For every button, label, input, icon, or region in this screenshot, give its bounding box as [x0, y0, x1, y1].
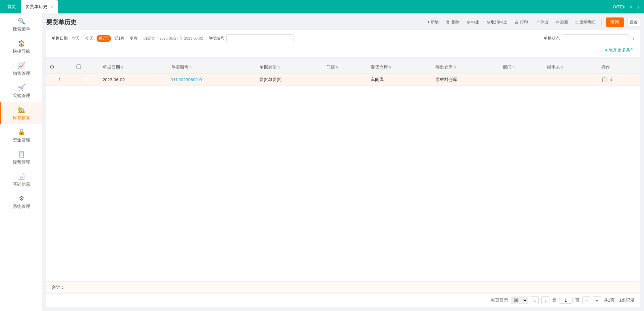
search-menu-icon: 🔍 [18, 17, 25, 25]
action-more-icon[interactable]: ⠿ [609, 77, 612, 82]
print-button[interactable]: 🖨 打印 [513, 18, 530, 27]
row-store [323, 74, 367, 86]
sidebar-item-basic-info[interactable]: 📄 基础信息 [0, 169, 42, 191]
sidebar-item-sales[interactable]: 📈 销售管理 [0, 58, 42, 80]
page-unit: 页 [575, 297, 580, 303]
doc-number-link[interactable]: YH-20230602-0 [171, 77, 202, 82]
delete-button[interactable]: 🗑 删除 [444, 18, 461, 27]
col-handler[interactable]: 经手人⇅ [544, 60, 598, 74]
new-button[interactable]: + 新增 [425, 18, 441, 27]
operations-icon: 📋 [18, 150, 25, 158]
sidebar-item-inventory[interactable]: 🏡 库存核算 [0, 102, 42, 124]
window-close-btn[interactable]: × [630, 4, 632, 9]
doc-status-dropdown-icon[interactable]: ▾ [632, 36, 635, 41]
sidebar: 🔍 搜索菜单 🏠 快捷导航 📈 销售管理 🛒 采购管理 🏡 库存核算 🔒 资金管… [0, 13, 42, 311]
tab-home[interactable]: 首页 [3, 0, 21, 13]
action-view-icon[interactable]: 📋 [601, 77, 607, 82]
col-doc-number[interactable]: 单据编号⇅ [168, 60, 256, 74]
date-shortcuts: 昨天 今天 近7天 近1月 更多 自定义 [70, 35, 157, 42]
export-button[interactable]: ↗ 导出 [533, 18, 550, 27]
first-page-btn[interactable]: « [531, 296, 539, 304]
sidebar-item-purchase[interactable]: 🛒 采购管理 [0, 80, 42, 102]
sidebar-item-search-menu[interactable]: 🔍 搜索菜单 [0, 13, 42, 36]
purchase-icon: 🛒 [18, 84, 25, 91]
date-btn-custom[interactable]: 自定义 [141, 35, 157, 42]
select-all-checkbox[interactable] [76, 64, 81, 69]
sort-handler-icon: ⇅ [561, 65, 564, 69]
often-label[interactable]: OfTEn [613, 4, 626, 9]
doc-status-input[interactable] [562, 34, 629, 42]
date-btn-more[interactable]: 更多 [128, 35, 140, 42]
toolbar: + 新增 🗑 删除 ⊘ 中止 ⊘ 取消中止 🖨 打印 ↗ 导出 ↺ 刷新 □ 显… [425, 17, 640, 27]
sidebar-item-system-label: 系统管理 [13, 204, 30, 210]
date-btn-last7days[interactable]: 近7天 [97, 35, 111, 42]
row-checkbox[interactable] [84, 77, 88, 81]
window-maximize-btn[interactable]: □ [636, 4, 639, 9]
main-layout: 🔍 搜索菜单 🏠 快捷导航 📈 销售管理 🛒 采购管理 🏡 库存核算 🔒 资金管… [0, 13, 644, 311]
sidebar-item-finance[interactable]: 🔒 资金管理 [0, 124, 42, 146]
tab-requisition-label: 要货单历史 [25, 4, 47, 10]
inventory-icon: 🏡 [18, 106, 25, 114]
doc-number-filter: 单据编号 [208, 34, 293, 42]
refresh-button[interactable]: ↺ 刷新 [554, 18, 570, 27]
col-doc-type[interactable]: 单据类型⇅ [256, 60, 323, 74]
col-doc-date[interactable]: 单据日期⇅ [99, 60, 168, 74]
basic-info-icon: 📄 [18, 173, 25, 180]
col-store[interactable]: 门店⇅ [323, 60, 367, 74]
prev-page-btn[interactable]: ‹ [541, 296, 549, 304]
row-num: 1 [46, 74, 73, 86]
sidebar-item-finance-label: 资金管理 [13, 137, 30, 143]
sidebar-item-quick-nav[interactable]: 🏠 快捷导航 [0, 36, 42, 58]
action-icons: 📋 ⠿ [601, 77, 637, 82]
col-department[interactable]: 部门⇅ [499, 60, 544, 74]
page-number-input[interactable] [559, 297, 573, 304]
toolbar-divider [601, 19, 602, 25]
row-department [499, 74, 544, 86]
date-btn-yesterday[interactable]: 昨天 [70, 35, 82, 42]
col-pending-warehouse[interactable]: 待出仓库⇅ [432, 60, 499, 74]
tab-requisition-history[interactable]: 要货单历史 × [21, 0, 58, 13]
table-footer: 合计： [46, 281, 640, 293]
cancel-stop-button[interactable]: ⊘ 取消中止 [485, 18, 509, 27]
expand-more-label: 展开更多条件 [608, 47, 635, 53]
filter-panel: 单据日期 昨天 今天 近7天 近1月 更多 自定义 2023-05-27 至 2… [46, 30, 640, 57]
date-btn-today[interactable]: 今天 [83, 35, 95, 42]
sidebar-item-search-label: 搜索菜单 [13, 26, 30, 32]
query-button[interactable]: 查询 [606, 17, 624, 27]
settings-button[interactable]: 设置 [627, 18, 640, 27]
row-handler [544, 74, 598, 86]
row-action: 📋 ⠿ [598, 74, 640, 86]
quick-nav-icon: 🏠 [18, 40, 25, 47]
col-settings[interactable]: ⚙ [46, 60, 73, 74]
date-btn-last1month[interactable]: 近1月 [112, 35, 127, 42]
tab-home-label: 首页 [7, 4, 16, 10]
sidebar-item-system[interactable]: ⚙ 系统管理 [0, 191, 42, 213]
date-filter-label: 单据日期 [52, 36, 68, 41]
last-page-btn[interactable]: » [593, 296, 601, 304]
page-size-select[interactable]: 10 20 50 100 [511, 297, 528, 304]
page-title: 要货单历史 [46, 18, 425, 26]
sort-doc-type-icon: ⇅ [277, 65, 280, 69]
top-nav: 首页 要货单历史 × OfTEn × □ [0, 0, 644, 13]
tab-close-icon[interactable]: × [51, 4, 53, 9]
system-icon: ⚙ [19, 195, 24, 202]
sort-req-warehouse-icon: ⇅ [389, 65, 391, 69]
total-label: 合计： [52, 284, 65, 291]
stop-button[interactable]: ⊘ 中止 [465, 18, 481, 27]
doc-number-input[interactable] [226, 34, 293, 42]
expand-chevron-icon: ▾ [605, 48, 607, 53]
page-size-label: 每页显示 [491, 297, 508, 303]
sort-doc-number-icon: ⇅ [189, 65, 192, 69]
doc-status-label: 单据状态 [544, 36, 560, 41]
expand-more-btn[interactable]: ▾ 展开更多条件 [605, 47, 635, 53]
sidebar-item-purchase-label: 采购管理 [13, 93, 30, 99]
next-page-btn[interactable]: › [582, 296, 590, 304]
filter-row: 单据日期 昨天 今天 近7天 近1月 更多 自定义 2023-05-27 至 2… [52, 34, 635, 42]
pagination-summary: 共1页，1条记录 [604, 297, 635, 303]
display-detail-button[interactable]: □ 显示明细 [574, 18, 597, 27]
col-req-warehouse[interactable]: 要货仓库⇅ [367, 60, 432, 74]
sidebar-item-operations[interactable]: 📋 经营管理 [0, 146, 42, 169]
top-right-area: OfTEn × □ [613, 4, 641, 9]
row-doc-number: YH-20230602-0 [168, 74, 256, 86]
sidebar-item-basicinfo-label: 基础信息 [13, 181, 30, 187]
